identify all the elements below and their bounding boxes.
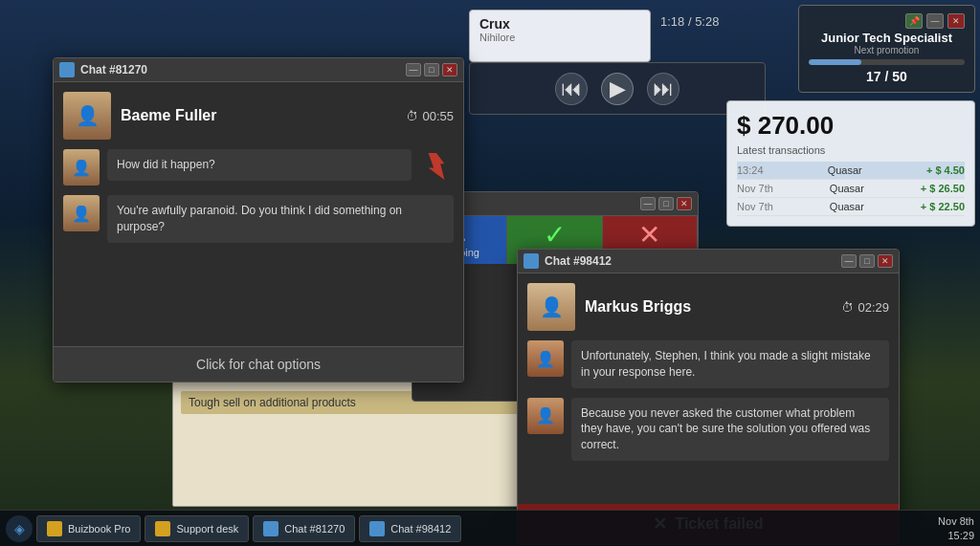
chat98412-taskbar-label: Chat #98412	[390, 523, 451, 535]
crux-track-subtitle: Nihilore	[479, 32, 640, 43]
transaction-row: 13:24 Quasar + $ 4.50	[737, 162, 965, 180]
buizbook-icon	[47, 521, 62, 536]
baeme-avatar: 👤	[63, 92, 111, 140]
coach-avatar-1: 👤	[527, 340, 564, 377]
rank-progress-bar	[809, 59, 965, 65]
chat-window-81270: Chat #81270 — □ ✕ 👤 Baeme Fuller ⏱ 00:55…	[53, 57, 464, 382]
chat-81270-titlebar: Chat #81270 — □ ✕	[54, 58, 463, 82]
taskbar-chat-98412[interactable]: Chat #98412	[359, 515, 461, 542]
baeme-avatar-sm: 👤	[63, 149, 100, 186]
chat98412-taskbar-icon	[369, 521, 385, 536]
chat-81270-timer: ⏱ 00:55	[406, 109, 454, 123]
transaction-panel: $ 270.00 Latest transactions 13:24 Quasa…	[726, 100, 975, 227]
chat-98412-icon	[523, 253, 539, 269]
chat-98412-messages: 👤 Unfortunately, Stephen, I think you ma…	[527, 340, 889, 476]
support-icon	[155, 521, 170, 536]
transaction-row: Nov 7th Quasar + $ 26.50	[737, 180, 965, 198]
chat-98412-title: Chat #98412	[545, 254, 835, 268]
rank-progress-fill	[809, 59, 861, 65]
message-98412-bubble-1: Unfortunately, Stephen, I think you made…	[571, 340, 889, 388]
crux-panel: Crux Nihilore	[469, 10, 651, 62]
minimize-button-98412[interactable]: —	[841, 254, 857, 268]
chat-98412-timer: ⏱ 02:29	[841, 300, 889, 315]
chat-98412-titlebar: Chat #98412 — □ ✕	[518, 250, 899, 273]
timer-icon: ⏱	[406, 109, 418, 123]
chat-98412-user-header: 👤 Markus Briggs ⏱ 02:29	[527, 283, 889, 331]
chat-options-button[interactable]: Click for chat options	[54, 346, 463, 382]
media-controls-bar: ⏮ ▶ ⏭	[469, 62, 766, 115]
pin-button[interactable]: 📌	[905, 13, 923, 29]
chat-messages: 👤 How did it happen? 👤 You're awfully pa…	[63, 149, 454, 314]
rank-title: Junior Tech Specialist	[809, 31, 965, 45]
close-button-81270[interactable]: ✕	[442, 63, 457, 76]
chat81270-taskbar-icon	[263, 521, 278, 536]
message-98412-row-1: 👤 Unfortunately, Stephen, I think you ma…	[527, 340, 889, 388]
chat-window-98412: Chat #98412 — □ ✕ 👤 Markus Briggs ⏱ 02:2…	[517, 249, 900, 545]
support-label: Support desk	[176, 523, 238, 535]
markus-name: Markus Briggs	[585, 298, 691, 316]
taskbar: ◈ Buizbook Pro Support desk Chat #81270 …	[0, 510, 980, 546]
markus-avatar: 👤	[527, 283, 575, 331]
minimize-status[interactable]: —	[640, 197, 656, 210]
message-98412-row-2: 👤 Because you never asked the customer w…	[527, 398, 889, 461]
message-98412-bubble-2: Because you never asked the customer wha…	[571, 398, 889, 461]
x-icon: ✕	[638, 219, 660, 251]
chat-user-header: 👤 Baeme Fuller ⏱ 00:55	[63, 92, 454, 140]
coach-avatar-2: 👤	[527, 398, 564, 434]
start-icon: ◈	[14, 521, 25, 536]
next-button[interactable]: ⏭	[647, 73, 679, 105]
transaction-amount: $ 270.00	[737, 111, 965, 141]
chat81270-taskbar-label: Chat #81270	[284, 523, 345, 535]
message-row-2: 👤 You're awfully paranoid. Do you think …	[63, 195, 454, 243]
chat-81270-title: Chat #81270	[80, 63, 400, 76]
minimize-button-81270[interactable]: —	[406, 63, 421, 76]
play-button[interactable]: ▶	[601, 73, 634, 105]
check-icon: ✓	[544, 219, 566, 251]
customer-avatar-sm: 👤	[63, 195, 100, 231]
message-bubble-2: You're awfully paranoid. Do you think I …	[107, 195, 454, 243]
chat-98412-body: 👤 Markus Briggs ⏱ 02:29 👤 Unfortunately,…	[518, 273, 899, 514]
queue-ticket-label: Tough sell on additional products	[189, 396, 356, 409]
buizbook-label: Buizbook Pro	[68, 523, 130, 535]
transaction-label: Latest transactions	[737, 144, 965, 156]
maximize-status[interactable]: □	[658, 197, 674, 210]
minimize-rank-button[interactable]: —	[926, 13, 944, 29]
maximize-button-98412[interactable]: □	[859, 254, 875, 268]
rank-score: 17 / 50	[809, 69, 965, 84]
lightning-icon	[423, 153, 450, 180]
transaction-row: Nov 7th Quasar + $ 22.50	[737, 198, 965, 216]
taskbar-buizbook[interactable]: Buizbook Pro	[36, 515, 141, 542]
rank-subtitle: Next promotion	[809, 45, 965, 55]
baeme-name: Baeme Fuller	[121, 107, 216, 124]
maximize-button-81270[interactable]: □	[424, 63, 439, 76]
rank-panel: 📌 — ✕ Junior Tech Specialist Next promot…	[798, 5, 975, 93]
taskbar-clock: Nov 8th 15:29	[938, 514, 974, 542]
taskbar-support[interactable]: Support desk	[145, 515, 249, 542]
crux-track-name: Crux	[479, 16, 640, 32]
message-bubble-1: How did it happen?	[107, 149, 412, 181]
close-rank-button[interactable]: ✕	[947, 13, 965, 29]
media-time-display: 1:18 / 5:28	[660, 14, 719, 29]
taskbar-chat-81270[interactable]: Chat #81270	[253, 515, 355, 542]
start-button[interactable]: ◈	[6, 515, 33, 542]
message-row-1: 👤 How did it happen?	[63, 149, 454, 186]
close-status[interactable]: ✕	[677, 197, 692, 210]
chat-icon	[59, 62, 75, 77]
taskbar-date: Nov 8th	[938, 514, 974, 528]
prev-button[interactable]: ⏮	[555, 73, 588, 105]
chat-81270-body: 👤 Baeme Fuller ⏱ 00:55 👤 How did it happ…	[54, 82, 463, 352]
close-button-98412[interactable]: ✕	[878, 254, 893, 268]
taskbar-time: 15:29	[938, 529, 974, 542]
timer-icon-98412: ⏱	[841, 300, 854, 315]
